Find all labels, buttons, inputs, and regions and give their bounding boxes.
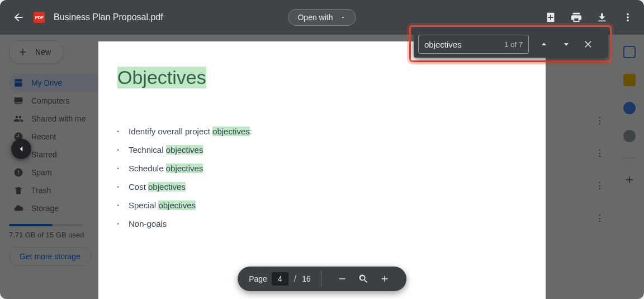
list-item: Identify overall project objectives:	[117, 122, 546, 141]
list-item: Non-goals	[117, 214, 546, 233]
chevron-left-icon	[16, 144, 26, 154]
print-icon	[570, 11, 583, 24]
chevron-down-icon	[561, 39, 572, 50]
download-icon	[596, 11, 608, 24]
text: Schedule	[129, 163, 166, 173]
more-actions-button[interactable]	[622, 11, 634, 24]
minus-icon	[337, 274, 347, 284]
open-with-label: Open with	[297, 13, 333, 22]
zoom-in-button[interactable]	[378, 273, 391, 285]
list-item: Schedule objectives	[117, 159, 546, 177]
page-separator: /	[294, 274, 296, 284]
search-hit: objectives	[148, 182, 186, 191]
find-close-button[interactable]	[583, 38, 595, 50]
text: Special	[129, 200, 158, 210]
zoom-out-button[interactable]	[336, 273, 348, 285]
list-item: Technical objectives	[117, 141, 546, 159]
find-input-wrapper: 1 of 7	[418, 35, 529, 54]
text: :	[250, 127, 252, 136]
back-button[interactable]	[12, 11, 25, 24]
search-hit: objectives	[166, 145, 203, 155]
add-to-drive-icon	[544, 11, 557, 24]
find-count: 1 of 7	[504, 40, 523, 49]
add-to-drive-button[interactable]	[544, 11, 557, 24]
page-input[interactable]	[272, 272, 288, 286]
download-button[interactable]	[596, 11, 608, 24]
arrow-left-icon	[12, 11, 25, 24]
zoom-icon	[358, 273, 369, 284]
search-hit: objectives	[212, 127, 250, 136]
pdf-page: Objectives Identify overall project obje…	[98, 41, 546, 299]
objectives-list: Identify overall project objectives: Tec…	[117, 122, 546, 233]
text: Non-goals	[129, 219, 167, 228]
collapse-handle[interactable]	[11, 139, 31, 159]
search-hit: objectives	[166, 163, 203, 173]
caret-down-icon	[340, 14, 347, 21]
list-item: Special objectives	[117, 196, 546, 214]
print-button[interactable]	[570, 11, 583, 24]
plus-icon	[380, 274, 390, 284]
list-item: Cost objectives	[117, 177, 546, 196]
find-bar: 1 of 7	[414, 31, 608, 58]
page-controls: Page / 16	[238, 267, 406, 291]
find-input[interactable]	[424, 40, 486, 49]
more-vert-icon	[622, 11, 634, 24]
search-hit: objectives	[158, 200, 196, 210]
text: Identify overall project	[129, 127, 212, 136]
page-total: 16	[302, 274, 311, 283]
page-label: Page	[249, 274, 267, 283]
chevron-up-icon	[538, 39, 550, 50]
find-next-button[interactable]	[560, 38, 572, 50]
find-prev-button[interactable]	[538, 38, 550, 50]
file-name: Business Plan Proposal.pdf	[54, 12, 163, 22]
open-with-button[interactable]: Open with	[288, 9, 356, 26]
close-icon	[584, 39, 594, 49]
text: Cost	[129, 182, 148, 191]
zoom-reset-button[interactable]	[357, 273, 370, 285]
divider	[321, 271, 321, 287]
pdf-badge: PDF	[34, 12, 45, 23]
document-heading: Objectives	[117, 67, 206, 88]
text: Technical	[129, 145, 166, 155]
